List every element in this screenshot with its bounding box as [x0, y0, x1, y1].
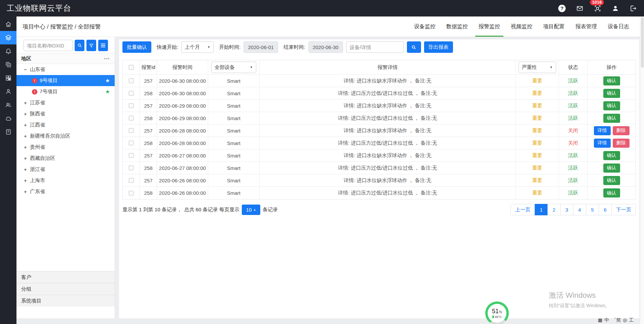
action-button[interactable]: 确认 [603, 188, 620, 197]
star-icon[interactable] [105, 89, 110, 95]
tree-item-label: 江苏省 [30, 100, 45, 106]
tree-item[interactable]: + 西藏自治区 [16, 153, 115, 164]
row-checkbox[interactable] [129, 91, 134, 96]
row-checkbox[interactable] [129, 153, 134, 158]
nav-tab[interactable]: 设备日志 [602, 16, 635, 37]
page-number-button[interactable]: 3 [560, 204, 573, 215]
menu-button[interactable] [98, 40, 108, 51]
page-number-button[interactable]: 5 [586, 204, 599, 215]
action-button[interactable]: 确认 [603, 89, 620, 98]
expander-icon[interactable]: + [24, 111, 30, 117]
ime-language-bar[interactable]: ▦ 中 ゜简 ◎ 工 [598, 317, 634, 323]
expander-icon[interactable]: + [24, 155, 30, 161]
rail-projects-icon[interactable] [0, 31, 16, 44]
project-search-button[interactable] [75, 40, 84, 51]
action-button[interactable]: 确认 [603, 114, 620, 123]
nav-tab[interactable]: 报警监控 [473, 16, 505, 37]
vertical-scrollbar[interactable] [640, 16, 644, 324]
tree-item[interactable]: + 上海市 [16, 175, 115, 186]
nav-tab[interactable]: 设备监控 [409, 16, 441, 37]
export-report-button[interactable]: 导出报表 [424, 41, 453, 53]
rail-log-book-icon[interactable] [0, 125, 16, 139]
quick-start-label: 快速开始: [157, 44, 178, 50]
device-detail-search-input[interactable] [346, 41, 404, 53]
tree-item[interactable]: + 江苏省 [16, 97, 115, 108]
expander-icon[interactable]: + [24, 100, 30, 106]
scan-icon[interactable]: 1016 [594, 4, 602, 12]
table-search-button[interactable] [407, 41, 421, 53]
help-icon[interactable] [558, 4, 566, 12]
tree-item[interactable]: 9号项目 [16, 75, 115, 86]
batch-confirm-button[interactable]: 批量确认 [122, 41, 151, 53]
alarm-time-cell: 2020-06-30 08:00:00 [157, 75, 208, 87]
page-number-button[interactable]: 6 [599, 204, 612, 215]
rail-users-icon[interactable] [0, 98, 16, 112]
row-checkbox[interactable] [129, 166, 134, 170]
page-number-button[interactable]: 1 [535, 204, 548, 215]
sidebar-section[interactable]: 客户 [16, 271, 115, 283]
row-checkbox[interactable] [129, 78, 134, 83]
expander-icon[interactable]: + [24, 189, 30, 194]
nav-tab[interactable]: 视频监控 [505, 16, 538, 37]
tree-item[interactable]: − 山东省 [16, 64, 115, 75]
end-date-input[interactable] [308, 41, 343, 53]
action-button[interactable]: 确认 [603, 176, 620, 185]
rail-cloud-icon[interactable] [0, 112, 16, 125]
nav-tab[interactable]: 报表管理 [570, 16, 602, 37]
rail-copy-plus-icon[interactable] [0, 58, 16, 71]
rail-alarm-bell-icon[interactable] [0, 44, 16, 58]
star-icon[interactable] [105, 78, 110, 83]
ellipsis-menu-icon[interactable] [104, 55, 110, 62]
page-number-button[interactable]: 2 [547, 204, 561, 215]
rail-home-icon[interactable] [0, 17, 16, 31]
action-button[interactable]: 详情 [594, 126, 611, 135]
filter-button[interactable] [86, 40, 96, 51]
expander-icon[interactable]: + [24, 144, 30, 150]
page-size-select[interactable]: 10 [242, 205, 260, 215]
row-checkbox[interactable] [129, 141, 134, 145]
tree-item[interactable]: + 广东省 [16, 186, 115, 197]
sidebar-section[interactable]: 分组 [16, 283, 115, 295]
nav-tab[interactable]: 数据监控 [441, 16, 473, 37]
nav-tab[interactable]: 项目配置 [538, 16, 570, 37]
expander-icon[interactable]: + [24, 178, 30, 183]
row-checkbox[interactable] [129, 103, 134, 108]
action-button[interactable]: 删除 [613, 139, 630, 148]
rail-grid-icon[interactable] [0, 71, 16, 85]
page-number-button[interactable]: 4 [573, 204, 586, 215]
tree-item[interactable]: + 贵州省 [16, 142, 115, 153]
action-button[interactable]: 详情 [594, 139, 611, 148]
project-search-input[interactable] [24, 40, 73, 51]
action-button[interactable]: 确认 [603, 151, 620, 160]
scrollbar-thumb[interactable] [641, 17, 644, 68]
tree-item[interactable]: + 浙江省 [16, 164, 115, 175]
next-page-button[interactable]: 下一页 [611, 204, 636, 215]
row-checkbox[interactable] [129, 116, 134, 120]
tree-item[interactable]: 7号项目 [16, 86, 115, 97]
expander-icon[interactable]: + [24, 122, 30, 128]
expander-icon[interactable]: + [24, 167, 30, 172]
expander-icon[interactable]: + [24, 133, 30, 139]
severity-filter-select[interactable]: 严重性 [519, 62, 556, 73]
action-button[interactable]: 确认 [603, 164, 620, 173]
action-button[interactable]: 删除 [613, 126, 630, 135]
action-button[interactable]: 确认 [603, 101, 620, 110]
rail-user-icon[interactable] [0, 85, 16, 98]
start-date-input[interactable] [243, 41, 278, 53]
prev-page-button[interactable]: 上一页 [510, 204, 535, 215]
expander-icon[interactable]: − [24, 67, 30, 72]
select-all-checkbox[interactable] [129, 65, 134, 70]
row-checkbox[interactable] [129, 128, 134, 133]
logout-icon[interactable] [629, 4, 637, 12]
tree-item[interactable]: + 新疆维吾尔自治区 [16, 131, 115, 142]
quick-start-select[interactable]: 上个月 [181, 41, 214, 53]
mail-icon[interactable] [576, 4, 584, 12]
action-button[interactable]: 确认 [603, 76, 620, 85]
device-filter-select[interactable]: 全部设备 [211, 62, 256, 73]
row-checkbox[interactable] [129, 178, 134, 183]
tree-item[interactable]: + 陕西省 [16, 108, 115, 119]
user-icon[interactable] [611, 4, 619, 12]
tree-item[interactable]: + 江西省 [16, 119, 115, 131]
sidebar-section[interactable]: 系统项目 [16, 295, 115, 307]
row-checkbox[interactable] [129, 191, 134, 195]
